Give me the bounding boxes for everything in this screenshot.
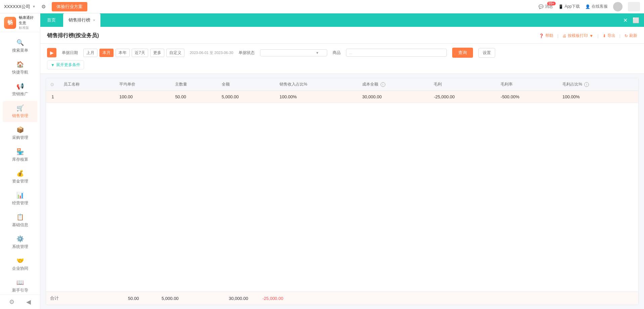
tab-expand-btn[interactable]: ⬜: [632, 16, 640, 24]
sidebar-item-system[interactable]: ⚙️ 系统管理: [3, 232, 37, 253]
page-title: 销售排行榜(按业务员): [47, 32, 99, 39]
tab-label: 销售排行榜: [69, 17, 90, 23]
app-download-label: App下载: [565, 4, 580, 9]
marketing-icon: 📢: [16, 83, 24, 90]
col-quantity-header: 主数量: [171, 78, 217, 91]
collapse-button[interactable]: ▶: [47, 48, 56, 57]
amount-cell: 5,000.00: [218, 91, 275, 103]
data-table: ⚙ 员工名称 平均单价 主数量 全额 销售收入占比% 成本全额 i 毛利: [46, 78, 638, 103]
main-layout: 畅 畅康通好生意 标准版 🔍 搜索菜单 🏠 快捷导航 📢 营销推广 🛒: [0, 13, 644, 309]
refresh-icon: ↻: [625, 34, 628, 38]
help-link[interactable]: ❓ 帮助: [539, 33, 553, 39]
operation-icon: 📊: [16, 192, 24, 199]
col-name-header: 员工名称: [59, 78, 115, 91]
sidebar-nav: 🔍 搜索菜单 🏠 快捷导航 📢 营销推广 🛒 销售管理 📦 采购管理 🏪: [0, 32, 40, 295]
page-actions: ❓ 帮助 | 🖨 按模板打印 ▼ | ⬇ 导出: [539, 33, 637, 39]
col-settings-icon[interactable]: ⚙: [50, 82, 54, 87]
trial-button[interactable]: 体验行业方案: [52, 2, 87, 11]
sidebar-item-label: 营销推广: [12, 91, 28, 97]
top-right-area: 💬 消息 99+ 📱 App下载 👤 在线客服: [539, 2, 640, 11]
purchase-icon: 📦: [16, 126, 24, 134]
tab-sales-rank[interactable]: 销售排行榜 ×: [63, 13, 100, 27]
table-body: 1 100.00 50.00 5,000.00 100.00% 30,000.0…: [46, 91, 638, 103]
sales-icon: 🛒: [16, 104, 24, 112]
date-btn-custom[interactable]: 自定义: [166, 49, 184, 57]
sidebar-item-sales[interactable]: 🛒 销售管理: [3, 101, 37, 122]
date-btn-last-month[interactable]: 上月: [83, 49, 97, 57]
sidebar-item-operation[interactable]: 📊 经营管理: [3, 188, 37, 209]
sidebar-item-base-info[interactable]: 📋 基础信息: [3, 210, 37, 231]
tab-home[interactable]: 首页: [40, 13, 62, 27]
tab-bar: 首页 销售排行榜 × ✕ ⬜: [40, 13, 644, 27]
refresh-link[interactable]: ↻ 刷新: [625, 33, 637, 39]
footer-amount: 5,000.00: [158, 296, 191, 301]
table-footer: 合计 50.00 5,000.00 30,000.00 -25,000.00: [46, 292, 638, 305]
sidebar-item-guide[interactable]: 📖 新手引导: [3, 275, 37, 295]
notification-icon: 💬: [539, 4, 544, 9]
date-btn-more[interactable]: 更多: [150, 49, 164, 57]
logo-icon: 畅: [4, 17, 16, 29]
logo-sub: 标准版: [19, 25, 36, 30]
date-btn-this-year[interactable]: 本年: [116, 49, 130, 57]
gross-cell: -25,000.00: [430, 91, 497, 103]
user-menu[interactable]: [628, 2, 640, 11]
tab-close-btn[interactable]: ✕: [621, 16, 629, 24]
filter-expand: ▼ 展开更多条件: [47, 60, 637, 69]
app-download-icon: 📱: [558, 4, 563, 9]
company-select[interactable]: XXXXXX公司 ▼: [4, 4, 36, 10]
sidebar-item-quick-nav[interactable]: 🏠 快捷导航: [3, 57, 37, 79]
system-icon: ⚙️: [16, 235, 24, 243]
goods-select[interactable]: ...: [346, 49, 447, 57]
avg-price-cell: 100.00: [115, 91, 171, 103]
sidebar: 畅 畅康通好生意 标准版 🔍 搜索菜单 🏠 快捷导航 📢 营销推广 🛒: [0, 13, 40, 309]
sidebar-item-marketing[interactable]: 📢 营销推广: [3, 79, 37, 100]
sidebar-item-label: 企业协同: [12, 266, 28, 271]
help-label: 帮助: [545, 33, 553, 39]
sidebar-item-search-order[interactable]: 🔍 搜索菜单: [3, 36, 37, 57]
template-print-link[interactable]: 🖨 按模板打印 ▼: [562, 33, 593, 39]
date-btn-this-month[interactable]: 本月: [99, 49, 114, 57]
sidebar-item-corp-collab[interactable]: 🤝 企业协同: [3, 254, 37, 275]
sales-pct-cell: 100.00%: [275, 91, 358, 103]
expand-more-btn[interactable]: ▼ 展开更多条件: [47, 60, 84, 69]
print-icon: 🖨: [562, 34, 566, 38]
page-content: 销售排行榜(按业务员) ❓ 帮助 | 🖨 按模板打印 ▼ |: [40, 27, 644, 309]
sidebar-settings-icon[interactable]: ⚙: [9, 298, 14, 306]
sidebar-item-label: 系统管理: [12, 244, 28, 250]
col-sales-pct-header: 销售收入占比%: [275, 78, 358, 91]
sidebar-item-label: 销售管理: [12, 113, 28, 119]
status-select[interactable]: ▼: [260, 49, 327, 56]
avatar[interactable]: [613, 2, 622, 11]
tab-close-icon[interactable]: ×: [93, 18, 95, 22]
filter-bar: ▶ 单据日期 上月 本月 本年 近7天 更多 自定义 2023-06-01 至 …: [40, 44, 644, 74]
col-gross-header: 毛利: [430, 78, 497, 91]
expand-chevron-icon: ▼: [51, 63, 55, 67]
table-row: 1 100.00 50.00 5,000.00 100.00% 30,000.0…: [46, 91, 638, 103]
sidebar-item-label: 经营管理: [12, 200, 28, 206]
sidebar-item-purchase[interactable]: 📦 采购管理: [3, 123, 37, 144]
online-service-item[interactable]: 👤 在线客服: [585, 4, 608, 9]
finance-icon: 💰: [16, 170, 24, 177]
settings-gear-icon[interactable]: ⚙: [39, 2, 48, 11]
date-btn-7days[interactable]: 近7天: [132, 49, 148, 57]
sidebar-item-inventory[interactable]: 🏪 库存核算: [3, 145, 37, 166]
app-download-item[interactable]: 📱 App下载: [558, 4, 580, 9]
sidebar-collapse-icon[interactable]: ◀: [26, 298, 31, 306]
cost-cell: 30,000.00: [358, 91, 430, 103]
query-button[interactable]: 查询: [452, 48, 473, 58]
notification-item[interactable]: 💬 消息 99+: [539, 4, 553, 9]
logo-text: 畅康通好生意: [19, 15, 36, 25]
online-service-icon: 👤: [585, 4, 590, 9]
sidebar-item-finance[interactable]: 💰 资金管理: [3, 166, 37, 188]
gross-pct-info-icon[interactable]: i: [584, 82, 589, 87]
footer-cost: 30,000.00: [225, 296, 258, 301]
settings-button[interactable]: 设置: [478, 48, 495, 58]
filter-row: ▶ 单据日期 上月 本月 本年 近7天 更多 自定义 2023-06-01 至 …: [47, 48, 637, 58]
refresh-label: 刷新: [629, 33, 637, 39]
company-name: XXXXXX公司: [4, 4, 30, 10]
cost-info-icon[interactable]: i: [381, 82, 385, 87]
export-link[interactable]: ⬇ 导出: [603, 33, 615, 39]
gross-pct-cell: 100.00%: [558, 91, 638, 103]
footer-quantity: 50.00: [124, 296, 158, 301]
status-filter-label: 单据状态: [239, 50, 255, 56]
